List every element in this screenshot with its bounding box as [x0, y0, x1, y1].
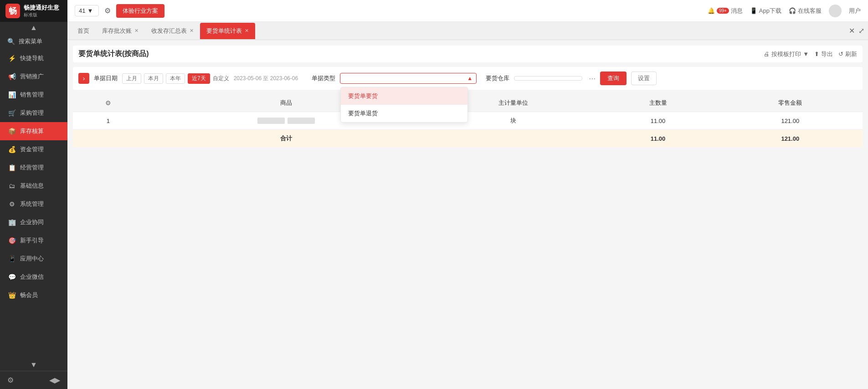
- topbar: 41 ▼ ⚙ 体验行业方案 🔔 99+ 消息 📱 App下载 🎧 在线客服 用户: [67, 0, 868, 22]
- sidebar-item-label: 快捷导航: [20, 54, 44, 62]
- basic-icon: 🗂: [7, 181, 16, 190]
- user-avatar[interactable]: [829, 5, 842, 17]
- sidebar-item-quick-nav[interactable]: ⚡ 快捷导航: [0, 49, 67, 67]
- settings-btn[interactable]: 设置: [631, 72, 657, 85]
- footer-unit: [429, 130, 598, 148]
- refresh-icon: ↺: [838, 51, 843, 57]
- settings-icon[interactable]: ⚙: [7, 376, 14, 384]
- restore-icon[interactable]: ⤢: [858, 26, 864, 35]
- col-settings[interactable]: ⚙: [73, 94, 144, 112]
- app-title-block: 畅捷通好生意 标准版: [24, 4, 59, 18]
- sidebar-item-system[interactable]: ⚙ 系统管理: [0, 195, 67, 213]
- cell-qty: 11.00: [598, 112, 718, 130]
- topbar-right: 🔔 99+ 消息 📱 App下载 🎧 在线客服 用户: [708, 5, 861, 17]
- system-icon: ⚙: [7, 200, 16, 209]
- type-filter-select[interactable]: ▲ 要货单要货 要货单退货: [340, 73, 477, 84]
- footer-label: 合计: [144, 130, 429, 148]
- warehouse-filter-select[interactable]: [514, 76, 582, 81]
- col-qty: 主数量: [598, 94, 718, 112]
- purchase-icon: 🛒: [7, 108, 16, 118]
- sidebar-item-enterprise-wechat[interactable]: 💬 企业微信: [0, 268, 67, 286]
- print-btn[interactable]: 🖨 按模板打印 ▼: [764, 50, 809, 58]
- app-center-icon: 📱: [7, 254, 16, 263]
- filter-toggle-btn[interactable]: ›: [78, 73, 89, 84]
- tab-close-icon[interactable]: ✕: [134, 28, 139, 34]
- dropdown-item-requisition-return[interactable]: 要货单退货: [341, 105, 467, 122]
- filter-bar: › 单据日期 上月 本月 本年 近7天 自定义 2023-05-06 至 202…: [73, 67, 863, 90]
- chevron-down-icon: ▼: [87, 7, 93, 14]
- date-btn-this-month[interactable]: 本月: [144, 73, 163, 84]
- sidebar-footer: ⚙ ◀▶: [0, 371, 67, 389]
- export-label: 导出: [821, 50, 833, 58]
- member-icon: 👑: [7, 291, 16, 300]
- sidebar-search[interactable]: 🔍 搜索菜单: [0, 34, 67, 49]
- sidebar-item-member[interactable]: 👑 畅会员: [0, 286, 67, 304]
- dropdown-item-requisition-order[interactable]: 要货单要货: [341, 87, 467, 105]
- export-icon: ⬆: [814, 51, 819, 57]
- sidebar-header: 畅 畅捷通好生意 标准版: [0, 0, 67, 22]
- tab-home[interactable]: 首页: [71, 24, 96, 38]
- notification-item[interactable]: 🔔 99+ 消息: [708, 7, 743, 15]
- sidebar-scroll-down[interactable]: ▼: [0, 359, 67, 371]
- refresh-label: 刷新: [845, 50, 857, 58]
- sidebar-item-label: 销售管理: [20, 91, 44, 99]
- industry-btn[interactable]: 体验行业方案: [116, 4, 164, 18]
- sidebar-item-label: 营销推广: [20, 72, 44, 81]
- app-download-item[interactable]: 📱 App下载: [750, 7, 781, 15]
- sidebar-item-label: 资金管理: [20, 145, 44, 154]
- close-all-icon[interactable]: ✕: [849, 26, 855, 35]
- collapse-icon[interactable]: ◀▶: [49, 376, 60, 384]
- sidebar-item-enterprise[interactable]: 🏢 企业协同: [0, 213, 67, 231]
- product-image-placeholder: [257, 118, 285, 124]
- product-name-placeholder: [288, 118, 315, 124]
- tab-collect-summary[interactable]: 收发存汇总表 ✕: [145, 23, 200, 39]
- quick-nav-icon: ⚡: [7, 54, 16, 63]
- page-actions: 🖨 按模板打印 ▼ ⬆ 导出 ↺ 刷新: [764, 50, 857, 58]
- date-custom-btn[interactable]: 自定义: [213, 75, 229, 82]
- type-chevron-icon: ▲: [467, 75, 473, 82]
- tab-close-icon[interactable]: ✕: [190, 28, 194, 34]
- table-settings-icon[interactable]: ⚙: [105, 99, 111, 107]
- sidebar-item-inventory[interactable]: 📦 库存核算: [0, 122, 67, 140]
- export-btn[interactable]: ⬆ 导出: [814, 50, 833, 58]
- sidebar-item-sales[interactable]: 📊 销售管理: [0, 86, 67, 104]
- sidebar-item-operation[interactable]: 📋 经营管理: [0, 159, 67, 177]
- query-btn[interactable]: 查询: [600, 72, 627, 85]
- tab-label: 收发存汇总表: [151, 27, 187, 35]
- tab-close-icon[interactable]: ✕: [245, 28, 249, 34]
- more-filters-icon[interactable]: ···: [589, 74, 596, 83]
- support-label: 在线客服: [798, 7, 822, 15]
- print-label: 按模板打印: [771, 50, 801, 58]
- col-amount: 零售金额: [718, 94, 863, 112]
- sidebar-item-guide[interactable]: 🎯 新手引导: [0, 231, 67, 250]
- date-options: 上月 本月 本年 近7天 自定义: [122, 73, 229, 84]
- sidebar-item-finance[interactable]: 💰 资金管理: [0, 140, 67, 159]
- refresh-btn[interactable]: ↺ 刷新: [838, 50, 857, 58]
- finance-icon: 💰: [7, 145, 16, 154]
- tab-inventory-batch[interactable]: 库存批次账 ✕: [96, 23, 145, 39]
- support-item[interactable]: 🎧 在线客服: [789, 7, 822, 15]
- sidebar-item-app-center[interactable]: 📱 应用中心: [0, 250, 67, 268]
- operation-icon: 📋: [7, 163, 16, 172]
- print-icon: 🖨: [764, 51, 770, 57]
- sidebar-item-label: 新手引导: [20, 236, 44, 245]
- sidebar-item-basic[interactable]: 🗂 基础信息: [0, 177, 67, 195]
- sidebar-scroll-up[interactable]: ▲: [0, 22, 67, 34]
- gear-icon[interactable]: ⚙: [104, 6, 111, 15]
- app-download-label: App下载: [759, 7, 781, 15]
- company-selector[interactable]: 41 ▼: [75, 5, 99, 16]
- table-footer-row: 合计 11.00 121.00: [73, 130, 863, 148]
- tab-requisition-stats[interactable]: 要货单统计表 ✕: [200, 23, 255, 39]
- enterprise-icon: 🏢: [7, 218, 16, 227]
- sidebar-item-marketing[interactable]: 📢 营销推广: [0, 67, 67, 86]
- date-btn-last-7-days[interactable]: 近7天: [188, 73, 210, 84]
- date-btn-this-year[interactable]: 本年: [166, 73, 185, 84]
- sidebar-item-label: 企业协同: [20, 218, 44, 226]
- tabs-bar-end: ✕ ⤢: [849, 26, 864, 35]
- date-btn-last-month[interactable]: 上月: [122, 73, 141, 84]
- date-filter-label: 单据日期: [94, 74, 118, 82]
- page-title-bar: 要货单统计表(按商品) 🖨 按模板打印 ▼ ⬆ 导出 ↺ 刷新: [73, 46, 863, 62]
- sidebar-item-purchase[interactable]: 🛒 采购管理: [0, 104, 67, 122]
- sidebar-item-label: 基础信息: [20, 182, 44, 190]
- tabs-bar: 首页 库存批次账 ✕ 收发存汇总表 ✕ 要货单统计表 ✕ ✕ ⤢: [67, 22, 868, 40]
